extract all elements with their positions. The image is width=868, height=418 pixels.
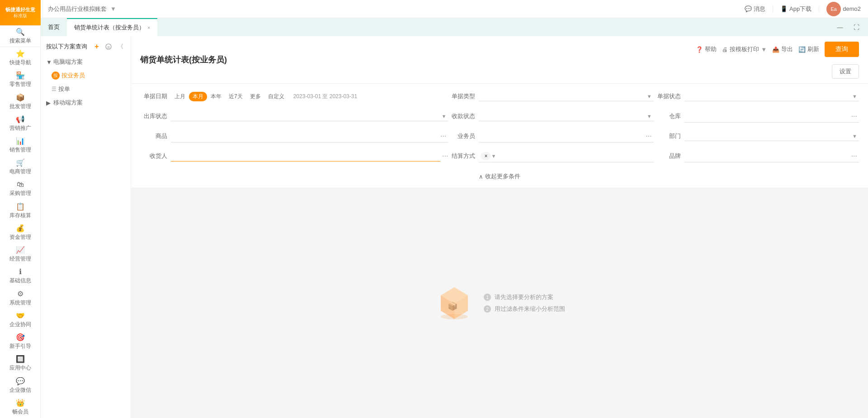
- sidebar-item-search-label: 搜索菜单: [9, 37, 31, 45]
- system-icon: ⚙: [17, 290, 24, 298]
- topbar-divider1: [773, 5, 773, 13]
- help-label: 帮助: [705, 45, 717, 53]
- sidebar-item-inventory[interactable]: 📋 库存核算: [0, 200, 41, 222]
- tree-mobile-scheme[interactable]: ▶ 移动端方案: [41, 96, 131, 109]
- industry-label: 办公用品行业模拟账套: [48, 5, 107, 13]
- sidebar-item-wechat-label: 企业微信: [9, 386, 31, 394]
- add-scheme-btn[interactable]: +: [92, 42, 102, 52]
- status-label: 单据状态: [654, 92, 681, 100]
- sidebar-item-retail[interactable]: 🏪 零售管理: [0, 69, 41, 90]
- date-option-more[interactable]: 更多: [246, 92, 264, 101]
- sidebar-item-member[interactable]: 👑 畅会员: [0, 396, 41, 418]
- filter-row-1: 单据日期 上月 本月 本年 近7天 更多 自定义 2023-03-01 至 20…: [140, 89, 859, 104]
- warehouse-dots[interactable]: ···: [851, 112, 857, 120]
- goods-label: 商品: [140, 132, 167, 140]
- sidebar-item-quick-nav[interactable]: ⭐ 快捷导航: [0, 47, 41, 69]
- sidebar-item-finance[interactable]: 💰 资金管理: [0, 222, 41, 243]
- settlement-select[interactable]: × ▼: [479, 150, 653, 162]
- refresh-btn[interactable]: 🔄 刷新: [798, 45, 819, 53]
- help-btn[interactable]: ❓ 帮助: [696, 45, 717, 53]
- sidebar-item-marketing[interactable]: 📢 营销推广: [0, 113, 41, 134]
- receiver-dots[interactable]: ···: [442, 152, 448, 160]
- filter-date: 单据日期 上月 本月 本年 近7天 更多 自定义 2023-03-01 至 20…: [140, 89, 448, 104]
- sidebar-item-appcenter[interactable]: 🔲 应用中心: [0, 352, 41, 374]
- tree-desktop-scheme[interactable]: ▼ 电脑端方案: [41, 55, 131, 69]
- sidebar-item-operation[interactable]: 📈 经营管理: [0, 243, 41, 265]
- salesperson-select[interactable]: ···: [479, 130, 653, 142]
- sidebar-item-enterprise[interactable]: 🤝 企业协同: [0, 309, 41, 331]
- wechat-icon: 💬: [16, 377, 25, 385]
- tip-num-2: 2: [484, 305, 491, 313]
- date-option-7days[interactable]: 近7天: [225, 92, 246, 101]
- sidebar-item-ecommerce[interactable]: 🛒 电商管理: [0, 156, 41, 178]
- settlement-select-arrow: ▼: [491, 153, 496, 159]
- salesperson-dots[interactable]: ···: [646, 132, 651, 140]
- tab-sales-stats-label: 销货单统计表（按业务员）: [74, 24, 145, 32]
- brand-dots[interactable]: ···: [851, 152, 857, 160]
- date-option-last-month[interactable]: 上月: [171, 92, 189, 101]
- sidebar-item-inventory-label: 库存核算: [9, 212, 31, 219]
- tree-by-order-label: 按单: [58, 85, 70, 93]
- sidebar-item-wholesale[interactable]: 📦 批发管理: [0, 91, 41, 113]
- tab-home[interactable]: 首页: [41, 18, 67, 36]
- out-status-label: 出库状态: [140, 112, 167, 120]
- settings-button[interactable]: 设置: [832, 64, 859, 79]
- tab-home-label: 首页: [48, 23, 60, 31]
- edit-scheme-btn[interactable]: ☰: [104, 42, 113, 52]
- collapse-btn[interactable]: ∧ 收起更多条件: [140, 169, 859, 182]
- guide-icon: 🎯: [16, 333, 25, 342]
- empty-illustration: 📦: [434, 283, 475, 323]
- app-logo[interactable]: 畅捷通好生意 标准版: [0, 0, 41, 25]
- main-area: 办公用品行业模拟账套 ▼ 💬 消息 📱 App下载 Ea demo2: [41, 0, 868, 418]
- industry-dropdown-icon[interactable]: ▼: [110, 5, 116, 12]
- tip-num-1: 1: [484, 294, 491, 301]
- receipt-status-select[interactable]: ▼: [479, 112, 653, 121]
- tree-by-order[interactable]: ☰ 按单: [41, 82, 131, 96]
- sidebar-item-sales[interactable]: 📊 销售管理: [0, 134, 41, 156]
- filter-out-status: 出库状态 ▼: [140, 109, 448, 124]
- tab-sales-stats[interactable]: 销货单统计表（按业务员） ×: [67, 18, 157, 36]
- sidebar-item-purchase[interactable]: 🛍 采购管理: [0, 178, 41, 200]
- goods-select[interactable]: ···: [171, 130, 448, 142]
- date-option-this-year[interactable]: 本年: [207, 92, 225, 101]
- sidebar-item-basic-label: 基础信息: [9, 277, 31, 285]
- collapse-panel-btn[interactable]: 《: [115, 42, 125, 52]
- tab-minimize-btn[interactable]: —: [834, 21, 846, 33]
- export-btn[interactable]: 📤 导出: [772, 45, 793, 53]
- date-option-custom[interactable]: 自定义: [264, 92, 288, 101]
- query-button[interactable]: 查询: [825, 42, 859, 57]
- goods-dots[interactable]: ···: [440, 132, 446, 140]
- receiver-input[interactable]: [171, 151, 440, 162]
- out-status-select[interactable]: ▼: [171, 112, 448, 121]
- svg-text:☰: ☰: [107, 46, 110, 49]
- filter-goods: 商品 ···: [140, 129, 448, 143]
- print-btn[interactable]: 🖨 按模板打印 ▼: [722, 45, 767, 53]
- brand-select[interactable]: ···: [684, 150, 859, 162]
- settlement-tag-close[interactable]: ×: [484, 153, 487, 159]
- tab-maximize-btn[interactable]: ⛶: [850, 21, 863, 33]
- sidebar-item-system[interactable]: ⚙ 系统管理: [0, 287, 41, 309]
- appcenter-icon: 🔲: [16, 355, 25, 363]
- tab-close-btn[interactable]: ×: [147, 25, 150, 30]
- page-header: 销货单统计表(按业务员) ❓ 帮助 🖨 按模板打印 ▼ 📤: [131, 36, 868, 84]
- download-btn[interactable]: 📱 App下载: [780, 5, 811, 13]
- marketing-icon: 📢: [16, 115, 25, 124]
- page-content: 按以下方案查询 + ☰ 《 ▼ 电脑端方案 按 按业务员 ☰: [41, 36, 868, 418]
- department-arrow: ▼: [852, 133, 857, 139]
- message-btn[interactable]: 💬 消息: [745, 5, 765, 13]
- refresh-label: 刷新: [807, 45, 819, 53]
- tree-sales-person[interactable]: 按 按业务员: [41, 69, 131, 82]
- empty-tip-2: 2 用过滤条件来缩小分析范围: [484, 305, 565, 313]
- warehouse-select[interactable]: ···: [684, 110, 859, 123]
- refresh-icon: 🔄: [798, 46, 806, 53]
- type-select[interactable]: ▼: [479, 92, 653, 101]
- user-profile[interactable]: Ea demo2: [826, 2, 861, 16]
- sidebar-item-basic[interactable]: ℹ 基础信息: [0, 265, 41, 287]
- avatar: Ea: [826, 2, 841, 16]
- status-select[interactable]: ▼: [684, 92, 859, 101]
- sidebar-item-wechat[interactable]: 💬 企业微信: [0, 375, 41, 396]
- department-select[interactable]: ▼: [684, 132, 859, 141]
- sidebar-item-guide[interactable]: 🎯 新手引导: [0, 331, 41, 352]
- sidebar-item-search[interactable]: 🔍 搜索菜单: [0, 25, 41, 47]
- date-option-this-month[interactable]: 本月: [189, 92, 207, 101]
